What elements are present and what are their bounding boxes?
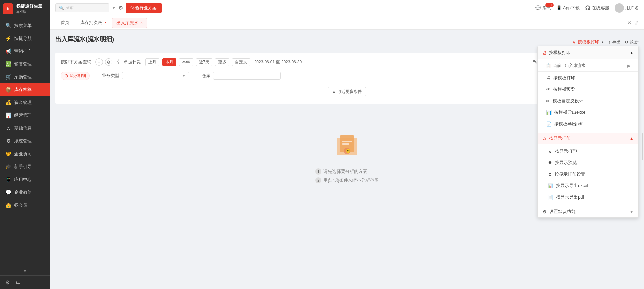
sidebar-item-system[interactable]: ⚙ 系统管理 — [0, 135, 50, 148]
online-service-action[interactable]: 🎧 在线客服 — [585, 5, 609, 11]
display-export-excel-item[interactable]: 📊 按显示导出excel — [538, 180, 638, 191]
display-export-excel-label: 按显示导出excel — [556, 183, 588, 189]
print-dropdown-header[interactable]: 🖨 按模板打印 ▲ — [538, 46, 638, 59]
tab-batch[interactable]: 库存批次账 × — [75, 17, 112, 29]
flow-detail-label: 流水明细 — [70, 73, 86, 79]
print-chevron-icon: ▲ — [601, 40, 605, 44]
date-btn-this-year[interactable]: 本年 — [179, 58, 193, 66]
sidebar-item-label: 新手引导 — [14, 164, 32, 170]
tab-bar-right: ✕ ⤢ — [627, 20, 639, 26]
filter-collapse-icon[interactable]: 《 — [114, 59, 120, 66]
template-preview-item[interactable]: 👁 按模板预览 — [538, 84, 638, 95]
top-gear-icon[interactable]: ⚙ — [118, 5, 123, 11]
template-custom-label: 模板自定义设计 — [553, 98, 583, 104]
divider-3 — [538, 205, 638, 205]
sidebar-item-collab[interactable]: 🤝 企业协同 — [0, 148, 50, 160]
display-print-section-header[interactable]: 🖨 按显示打印 ▲ — [538, 133, 638, 144]
date-btn-more[interactable]: 更多 — [215, 58, 229, 66]
date-btn-custom[interactable]: 自定义 — [232, 58, 250, 66]
filter-add-button[interactable]: + — [95, 58, 103, 66]
sidebar-item-operation[interactable]: 📊 经营管理 — [0, 109, 50, 122]
empty-illustration: 😊 — [330, 128, 364, 162]
sidebar: b 畅捷通好生意 标准版 🔍 搜索菜单 ⚡ 快捷导航 📢 营销推广 💹 销 — [0, 0, 50, 289]
sidebar-item-label: 销售管理 — [14, 61, 32, 67]
tab-home[interactable]: 首页 — [55, 17, 75, 29]
search-icon: 🔍 — [59, 6, 64, 10]
headset-icon: 🎧 — [585, 5, 590, 10]
collapse-button[interactable]: ▲ 收起更多条件 — [328, 87, 366, 96]
template-export-pdf-item[interactable]: 📄 按模板导出pdf — [538, 118, 638, 130]
sidebar-item-finance[interactable]: 💰 资金管理 — [0, 96, 50, 109]
hint-text-2: 用[过滤]条件来缩小分析范围 — [323, 176, 378, 185]
biz-type-select[interactable]: ▼ — [122, 72, 189, 79]
sidebar-item-search[interactable]: 🔍 搜索菜单 — [0, 19, 50, 32]
sidebar-item-wechat[interactable]: 💬 企业微信 — [0, 186, 50, 199]
template-export-excel-item[interactable]: 📊 按模板导出excel — [538, 107, 638, 118]
sidebar-item-basic[interactable]: 🗂 基础信息 — [0, 122, 50, 135]
print-template-action[interactable]: 🖨 按模板打印 ▲ — [572, 39, 605, 45]
main-area: 🔍 搜索 ▼ ⚙ 体验行业方案 💬 消息 99+ 📱 App下载 🎧 — [50, 0, 644, 289]
wechat-icon: 💬 — [5, 189, 11, 195]
display-print-icon: 🖨 — [548, 149, 552, 154]
date-btn-this-month[interactable]: 本月 — [162, 58, 176, 66]
date-filter: 上月 本月 本年 近7天 更多 自定义 2023-06-01 至 2023-06… — [145, 58, 302, 66]
sidebar-item-marketing[interactable]: 📢 营销推广 — [0, 45, 50, 58]
template-custom-icon: ✏ — [546, 98, 550, 104]
settings-footer-icon[interactable]: ⚙ — [5, 279, 10, 286]
date-range-display: 2023-06-01 至 2023-06-30 — [254, 59, 302, 65]
sidebar-scroll-down[interactable]: ▼ — [0, 266, 50, 275]
app-download-action[interactable]: 📱 App下载 — [556, 5, 580, 11]
finance-icon: 💰 — [5, 100, 11, 106]
display-export-pdf-label: 按显示导出pdf — [556, 194, 584, 200]
message-action[interactable]: 💬 消息 99+ — [535, 5, 551, 11]
display-pdf-icon: 📄 — [548, 195, 553, 200]
svg-text:😊: 😊 — [346, 148, 351, 153]
date-btn-7days[interactable]: 近7天 — [196, 58, 212, 66]
tab-flow-close[interactable]: × — [140, 21, 143, 25]
sidebar-item-purchase[interactable]: 🛒 采购管理 — [0, 71, 50, 83]
display-print-item[interactable]: 🖨 按显示打印 — [538, 146, 638, 157]
display-export-pdf-item[interactable]: 📄 按显示导出pdf — [538, 191, 638, 203]
refresh-action[interactable]: ↻ 刷新 — [625, 39, 639, 45]
display-print-settings-item[interactable]: ⚙ 按显示打印设置 — [538, 168, 638, 180]
date-btn-last-month[interactable]: 上月 — [145, 58, 159, 66]
set-defaults-item[interactable]: ⚙ 设置默认功能 ▼ — [538, 206, 638, 217]
tab-batch-close[interactable]: × — [104, 20, 107, 25]
sidebar-item-member[interactable]: 👑 畅会员 — [0, 199, 50, 212]
display-preview-item[interactable]: 👁 按显示预览 — [538, 157, 638, 168]
maximize-window-btn[interactable]: ⤢ — [634, 20, 639, 26]
close-window-btn[interactable]: ✕ — [627, 20, 632, 26]
refresh-icon: ↻ — [625, 40, 628, 45]
tab-flow[interactable]: 出入库流水 × — [112, 18, 147, 28]
sidebar-item-label: 资金管理 — [14, 100, 32, 106]
sidebar-item-sales[interactable]: 💹 销售管理 — [0, 58, 50, 71]
template-print-section: 📋 当前：出入库流水 ▶ 🖨 按模板打印 👁 按模板预览 ✏ — [538, 59, 638, 131]
filter-actions: + ⚙ 《 — [95, 58, 120, 66]
display-print-items: 🖨 按显示打印 👁 按显示预览 ⚙ 按显示打印设置 📊 按显示导出excel — [538, 144, 638, 204]
trial-button[interactable]: 体验行业方案 — [126, 3, 162, 13]
export-icon: ↑ — [609, 40, 611, 45]
template-print-item[interactable]: 🖨 按模板打印 — [538, 72, 638, 84]
search-dropdown-arrow[interactable]: ▼ — [112, 6, 116, 10]
sidebar-item-quicknav[interactable]: ⚡ 快捷导航 — [0, 32, 50, 45]
template-custom-item[interactable]: ✏ 模板自定义设计 — [538, 95, 638, 107]
sidebar-item-inventory[interactable]: 📦 库存核算 — [0, 83, 50, 96]
biz-type-arrow: ▼ — [182, 74, 186, 78]
top-search-box[interactable]: 🔍 搜索 — [55, 3, 109, 12]
warehouse-select[interactable]: ··· — [213, 72, 281, 80]
template-print-icon: 🖨 — [546, 75, 551, 81]
expand-footer-icon[interactable]: ⇆ — [16, 279, 20, 286]
display-print-section-label: 按显示打印 — [549, 135, 571, 141]
filter-settings-button[interactable]: ⚙ — [105, 58, 112, 66]
current-label: 📋 当前：出入库流水 ▶ — [538, 61, 638, 71]
scrollbar-thumb[interactable] — [642, 133, 643, 160]
user-avatar[interactable]: 用户名 — [615, 3, 639, 13]
display-print-label: 按显示打印 — [555, 148, 577, 154]
sidebar-item-label: 企业微信 — [14, 189, 32, 195]
flow-detail-tag[interactable]: ⊙ 流水明细 — [61, 72, 90, 80]
sidebar-item-appcenter[interactable]: 📱 应用中心 — [0, 173, 50, 186]
sidebar-item-guide[interactable]: 🎓 新手引导 — [0, 160, 50, 173]
export-action[interactable]: ↑ 导出 — [609, 39, 621, 45]
tag-icon: ⊙ — [64, 73, 68, 78]
inventory-icon: 📦 — [5, 87, 11, 93]
